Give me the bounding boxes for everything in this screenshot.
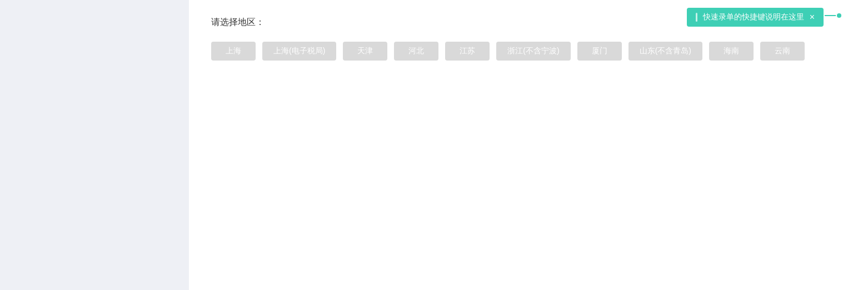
- region-button[interactable]: 江苏: [445, 42, 490, 61]
- region-button[interactable]: 上海: [211, 42, 256, 61]
- region-button[interactable]: 河北: [394, 42, 438, 61]
- tooltip-text: 快速录单的快捷键说明在这里: [703, 12, 804, 22]
- tooltip-banner: 快速录单的快捷键说明在这里 ×: [687, 8, 824, 27]
- sidebar: [0, 0, 189, 290]
- region-buttons: 上海上海(电子税局)天津河北江苏浙江(不含宁波)厦门山东(不含青岛)海南云南: [211, 42, 846, 61]
- tooltip-close-button[interactable]: ×: [810, 13, 815, 22]
- bar-icon: [696, 13, 697, 22]
- region-button[interactable]: 山东(不含青岛): [628, 42, 702, 61]
- region-button[interactable]: 云南: [760, 42, 805, 61]
- region-button[interactable]: 海南: [709, 42, 754, 61]
- region-button[interactable]: 上海(电子税局): [262, 42, 336, 61]
- region-button[interactable]: 浙江(不含宁波): [496, 42, 570, 61]
- region-button[interactable]: 天津: [343, 42, 387, 61]
- region-button[interactable]: 厦门: [577, 42, 622, 61]
- tooltip-dot: [836, 12, 842, 19]
- main-content: 请选择地区： 上海上海(电子税局)天津河北江苏浙江(不含宁波)厦门山东(不含青岛…: [189, 0, 868, 290]
